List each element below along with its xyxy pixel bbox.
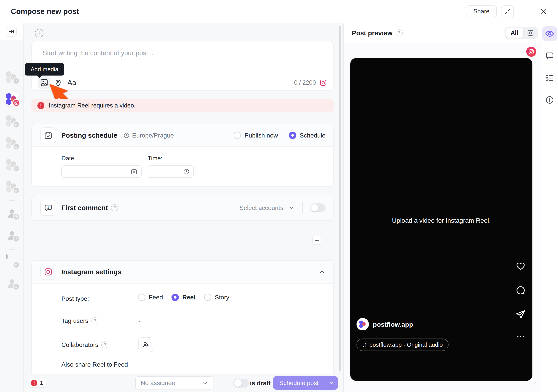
help-icon[interactable]: ? <box>396 29 403 36</box>
account-avatar-threads-personal[interactable]: @ <box>6 229 18 241</box>
post-type-reel-option[interactable]: Reel <box>172 294 195 301</box>
account-avatar-instagram-active[interactable] <box>6 93 18 105</box>
comment-one-icon: 1 <box>40 200 56 216</box>
date-input[interactable]: 12 <box>61 165 142 178</box>
text-format-button[interactable]: Aa <box>67 79 76 87</box>
account-avatar-linkedin-personal[interactable]: in <box>6 255 18 267</box>
help-icon[interactable]: ? <box>111 204 118 211</box>
chevron-up-icon <box>319 268 325 275</box>
issues-badge[interactable]: 1 <box>29 378 46 388</box>
tab-instagram[interactable] <box>524 28 537 38</box>
add-location-button[interactable] <box>52 77 64 89</box>
instagram-icon <box>12 99 20 107</box>
reel-audio-label: postflow.app · Original audio <box>369 341 443 348</box>
close-button[interactable] <box>537 5 549 18</box>
scrollbar[interactable] <box>339 26 341 371</box>
account-avatar-facebook[interactable]: f <box>6 71 18 83</box>
eye-icon <box>545 29 555 39</box>
threads-icon: @ <box>13 165 20 172</box>
radio-story[interactable] <box>204 294 211 301</box>
add-post-block-button[interactable] <box>35 28 44 38</box>
like-heart-icon <box>515 261 526 271</box>
time-label: Time: <box>148 155 162 162</box>
account-avatar-pinterest-personal[interactable]: p <box>6 277 18 289</box>
postflow-logo <box>359 320 366 328</box>
help-icon[interactable]: ? <box>91 317 98 324</box>
composer-column: Start writing the content of your post..… <box>24 23 343 392</box>
validation-error-banner: Instagram Reel requires a video. <box>31 99 334 112</box>
is-draft-label: is draft <box>250 380 271 387</box>
chevron-down-icon <box>288 205 295 211</box>
account-avatar-linkedin[interactable]: in <box>6 115 18 127</box>
first-comment-accounts-select[interactable]: Select accounts <box>239 204 295 212</box>
instagram-icon <box>526 47 536 57</box>
error-icon <box>37 102 44 109</box>
more-options-icon <box>516 334 525 339</box>
radio-publish-now[interactable] <box>234 132 241 139</box>
account-avatar-threads[interactable]: @ <box>6 158 18 170</box>
info-icon <box>545 95 554 105</box>
radio-schedule[interactable] <box>289 132 296 139</box>
schedule-option[interactable]: Schedule <box>289 132 325 139</box>
minimize-button[interactable] <box>501 5 514 17</box>
collapse-block-button[interactable] <box>312 236 321 245</box>
first-comment-toggle[interactable] <box>310 203 325 212</box>
share-plane-icon <box>515 309 526 320</box>
posting-schedule-card: Posting schedule Europe/Prague Publish n… <box>31 124 334 187</box>
post-preview-panel: Post preview ? All Upload a video for In… <box>343 23 541 392</box>
clock-icon <box>123 132 130 139</box>
profile-photo <box>6 254 8 259</box>
reel-username: postflow.app <box>373 321 413 328</box>
pinterest-icon: p <box>13 283 20 290</box>
share-button[interactable]: Share <box>466 5 497 17</box>
help-icon[interactable]: ? <box>101 341 108 349</box>
section-title: Instagram settings <box>61 268 122 276</box>
error-icon <box>31 379 38 386</box>
time-input[interactable] <box>148 165 194 178</box>
image-icon <box>40 78 48 87</box>
preview-title: Post preview <box>352 29 392 37</box>
radio-feed[interactable] <box>138 294 145 301</box>
is-draft-toggle[interactable] <box>233 379 249 388</box>
accounts-sidebar: f in p @ ▶ <box>0 23 24 392</box>
post-type-feed-option[interactable]: Feed <box>138 294 163 301</box>
post-type-label: Post type: <box>61 295 89 302</box>
collapse-section-button[interactable] <box>319 268 325 275</box>
svg-text:1: 1 <box>47 205 49 209</box>
comment-bubble-icon <box>545 51 554 60</box>
post-content-input[interactable]: Start writing the content of your post..… <box>43 49 154 57</box>
tool-checklist-button[interactable] <box>542 70 557 85</box>
error-message: Instagram Reel requires a video. <box>49 102 136 109</box>
composer-footer: 1 No assignee is draft Schedule post <box>24 374 343 392</box>
tool-comments-button[interactable] <box>542 48 557 63</box>
reel-audio-pill: ♫ postflow.app · Original audio <box>357 339 449 351</box>
tool-info-button[interactable] <box>542 93 557 107</box>
plus-circle-icon <box>35 28 44 38</box>
accounts-divider <box>9 200 15 201</box>
close-icon <box>539 8 547 15</box>
assignee-select[interactable]: No assignee <box>135 376 214 390</box>
account-avatar-dribbble[interactable] <box>6 207 18 219</box>
account-avatar-youtube[interactable]: ▶ <box>6 180 18 192</box>
publish-now-option[interactable]: Publish now <box>234 132 278 139</box>
expand-sidebar-button[interactable] <box>7 26 17 37</box>
preview-network-switcher: All <box>505 27 538 39</box>
tag-users-label: Tag users ? <box>61 317 98 324</box>
linkedin-icon: in <box>13 262 20 268</box>
accounts-divider <box>9 249 15 250</box>
share-reel-label: Also share Reel to Feed <box>61 361 128 368</box>
comment-icon <box>515 285 526 296</box>
threads-icon: @ <box>13 235 20 242</box>
add-media-button[interactable] <box>38 77 50 89</box>
tool-preview-button[interactable] <box>542 26 557 41</box>
schedule-post-button[interactable]: Schedule post <box>273 376 338 390</box>
post-type-story-option[interactable]: Story <box>204 294 229 301</box>
add-collaborator-button[interactable] <box>138 337 153 352</box>
section-title: Posting schedule <box>61 131 117 139</box>
date-label: Date: <box>61 155 76 162</box>
radio-reel[interactable] <box>172 294 179 301</box>
schedule-options-dropdown[interactable] <box>325 379 338 386</box>
tab-all[interactable]: All <box>506 28 523 38</box>
header-divider <box>526 5 526 17</box>
account-avatar-pinterest[interactable]: p <box>6 136 18 149</box>
